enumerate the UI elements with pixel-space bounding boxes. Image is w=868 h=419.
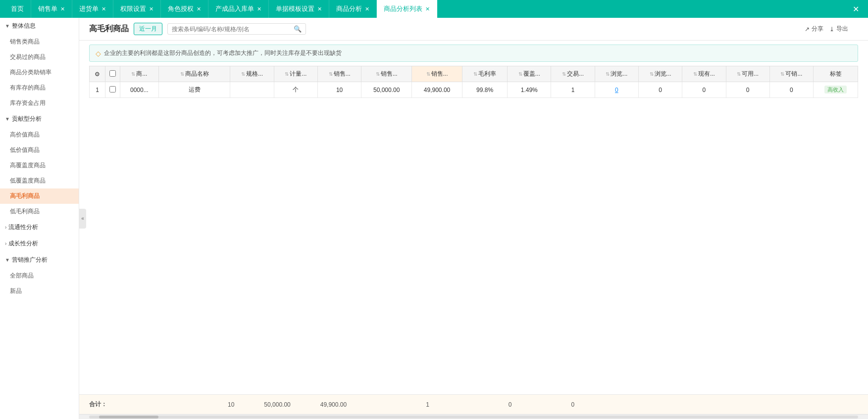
export-button[interactable]: ⤓ 导出 <box>829 25 848 33</box>
row-transaction: 1 <box>551 82 595 98</box>
status-badge: 高收入 <box>824 86 847 93</box>
nav-tab-purchase[interactable]: 进货单 ✕ <box>72 0 113 18</box>
nav-tab-analysis-list[interactable]: 商品分析列表 ✕ <box>377 0 437 18</box>
row-sales-qty: 10 <box>317 82 361 98</box>
row-sales-profit: 49,900.00 <box>412 82 462 98</box>
arrow-growth-icon: › <box>5 241 6 246</box>
content-header: 高毛利商品 近一月 🔍 ↗ 分享 ⤓ 导出 <box>79 18 868 41</box>
main-layout: ▼ 整体信息 销售类商品 交易过的商品 商品分类助销率 有库存的商品 库存资金占… <box>0 18 868 419</box>
select-all-checkbox[interactable] <box>109 70 116 77</box>
col-available[interactable]: ⇅可用... <box>726 66 769 82</box>
window-close-button[interactable]: ✕ <box>848 4 864 14</box>
table-header-row: ⚙ ⇅商... ⇅商品名称 ⇅规格... ⇅计量... ⇅销售... ⇅销售..… <box>90 66 858 82</box>
footer-sales-profit: 49,900.00 <box>320 401 347 408</box>
sidebar-item-sales-goods[interactable]: 销售类商品 <box>0 34 79 49</box>
sidebar: ▼ 整体信息 销售类商品 交易过的商品 商品分类助销率 有库存的商品 库存资金占… <box>0 18 79 419</box>
sidebar-item-low-value[interactable]: 低价值商品 <box>0 142 79 158</box>
col-checkbox <box>105 66 120 82</box>
sidebar-item-all-goods[interactable]: 全部商品 <box>0 268 79 283</box>
date-filter-button[interactable]: 近一月 <box>134 23 162 35</box>
close-permission-tab[interactable]: ✕ <box>149 6 153 12</box>
col-browse1[interactable]: ⇅浏览... <box>595 66 638 82</box>
col-coverage[interactable]: ⇅覆盖... <box>508 66 551 82</box>
nav-tab-role[interactable]: 角色授权 ✕ <box>161 0 208 18</box>
sidebar-item-low-coverage[interactable]: 低覆盖度商品 <box>0 173 79 188</box>
close-sales-tab[interactable]: ✕ <box>60 6 65 12</box>
sidebar-item-high-coverage[interactable]: 高覆盖度商品 <box>0 158 79 173</box>
arrow-liquidity-icon: › <box>5 225 6 230</box>
export-icon: ⤓ <box>829 26 834 33</box>
sidebar-section-liquidity[interactable]: › 流通性分析 <box>0 219 79 235</box>
sidebar-item-stock-capital[interactable]: 库存资金占用 <box>0 95 79 111</box>
col-sales-qty[interactable]: ⇅销售... <box>317 66 361 82</box>
col-current-stock[interactable]: ⇅现有... <box>682 66 726 82</box>
col-settings[interactable]: ⚙ <box>90 66 105 82</box>
nav-tab-template[interactable]: 单据模板设置 ✕ <box>269 0 329 18</box>
footer-label: 合计： <box>89 400 129 409</box>
row-checkbox-cell <box>105 82 120 98</box>
footer-current-stock: 0 <box>509 401 512 408</box>
sidebar-item-traded-goods[interactable]: 交易过的商品 <box>0 49 79 65</box>
col-tag[interactable]: 标签 <box>814 66 858 82</box>
search-input[interactable] <box>172 26 294 33</box>
row-unit: 个 <box>274 82 317 98</box>
row-browse1[interactable]: 0 <box>595 82 638 98</box>
row-tag: 高收入 <box>814 82 858 98</box>
share-icon: ↗ <box>805 26 810 33</box>
row-saleable: 0 <box>769 82 813 98</box>
col-spec[interactable]: ⇅规格... <box>230 66 274 82</box>
sidebar-section-growth[interactable]: › 成长性分析 <box>0 235 79 252</box>
nav-tab-inbound[interactable]: 产成品入库单 ✕ <box>208 0 269 18</box>
scrollbar-track <box>89 416 858 419</box>
col-sales-profit[interactable]: ⇅销售... <box>412 66 462 82</box>
alert-message: 企业的主要的利润都是这部分商品创造的，可考虑加大推广，同时关注库存是不要出现缺货 <box>104 49 342 57</box>
header-actions: ↗ 分享 ⤓ 导出 <box>805 25 848 33</box>
sidebar-item-high-value[interactable]: 高价值商品 <box>0 127 79 142</box>
sidebar-item-high-margin[interactable]: 高毛利商品 <box>0 188 79 204</box>
row-num: 1 <box>90 82 105 98</box>
close-analysis-tab[interactable]: ✕ <box>365 6 369 12</box>
nav-tab-home[interactable]: 首页 <box>4 0 31 18</box>
sidebar-item-new-goods[interactable]: 新品 <box>0 283 79 299</box>
nav-tab-sales[interactable]: 销售单 ✕ <box>31 0 72 18</box>
sidebar-section-marketing[interactable]: ▼ 营销推广分析 <box>0 252 79 268</box>
arrow-overall-icon: ▼ <box>5 23 10 29</box>
col-browse2[interactable]: ⇅浏览... <box>638 66 682 82</box>
row-checkbox[interactable] <box>109 86 116 93</box>
col-name[interactable]: ⇅商品名称 <box>158 66 230 82</box>
nav-tab-permission[interactable]: 权限设置 ✕ <box>113 0 161 18</box>
sidebar-section-overall[interactable]: ▼ 整体信息 <box>0 18 79 34</box>
col-transaction[interactable]: ⇅交易... <box>551 66 595 82</box>
row-browse2: 0 <box>638 82 682 98</box>
footer-total-row: 合计： 10 50,000.00 49,900.00 1 0 0 <box>79 394 868 414</box>
col-saleable[interactable]: ⇅可销... <box>769 66 813 82</box>
share-button[interactable]: ↗ 分享 <box>805 25 823 33</box>
col-unit[interactable]: ⇅计量... <box>274 66 317 82</box>
row-name: 运费 <box>158 82 230 98</box>
sidebar-item-in-stock[interactable]: 有库存的商品 <box>0 80 79 95</box>
table-row: 1 0000... 运费 个 10 50,000.00 49,900.00 99… <box>90 82 858 98</box>
row-code[interactable]: 0000... <box>120 82 159 98</box>
close-purchase-tab[interactable]: ✕ <box>102 6 106 12</box>
page-title: 高毛利商品 <box>89 24 129 34</box>
footer-sales-qty: 10 <box>228 401 234 408</box>
col-code[interactable]: ⇅商... <box>120 66 159 82</box>
scrollbar-thumb[interactable] <box>99 416 158 419</box>
horizontal-scrollbar[interactable] <box>79 414 868 419</box>
close-analysis-list-tab[interactable]: ✕ <box>425 6 430 12</box>
alert-banner: ◇ 企业的主要的利润都是这部分商品创造的，可考虑加大推广，同时关注库存是不要出现… <box>89 45 858 62</box>
nav-tab-analysis[interactable]: 商品分析 ✕ <box>329 0 377 18</box>
sidebar-item-category-rate[interactable]: 商品分类助销率 <box>0 65 79 80</box>
close-inbound-tab[interactable]: ✕ <box>257 6 261 12</box>
close-role-tab[interactable]: ✕ <box>197 6 201 12</box>
sidebar-item-low-margin[interactable]: 低毛利商品 <box>0 204 79 219</box>
table-container: ⚙ ⇅商... ⇅商品名称 ⇅规格... ⇅计量... ⇅销售... ⇅销售..… <box>79 66 868 394</box>
sidebar-collapse-button[interactable]: « <box>79 209 86 229</box>
row-current-stock: 0 <box>682 82 726 98</box>
close-template-tab[interactable]: ✕ <box>317 6 322 12</box>
top-nav: 首页 销售单 ✕ 进货单 ✕ 权限设置 ✕ 角色授权 ✕ 产成品入库单 ✕ 单据… <box>0 0 868 18</box>
sidebar-section-contribution[interactable]: ▼ 贡献型分析 <box>0 111 79 127</box>
search-icon[interactable]: 🔍 <box>294 25 302 33</box>
col-gross-margin[interactable]: ⇅毛利率 <box>462 66 507 82</box>
col-sales-amount[interactable]: ⇅销售... <box>361 66 412 82</box>
